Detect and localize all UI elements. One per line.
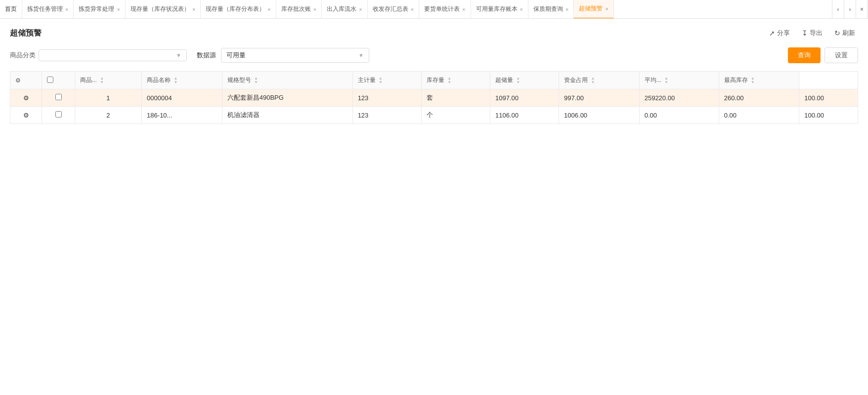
table-col-spec[interactable]: 规格型号 ▲▼ xyxy=(222,72,352,89)
table-col-maxstock[interactable]: 最高库存 ▲▼ xyxy=(719,72,799,89)
select-all-checkbox[interactable] xyxy=(47,77,53,83)
share-label: 分享 xyxy=(777,29,790,38)
table-col-avg[interactable]: 平均... ▲▼ xyxy=(639,72,719,89)
setting-button[interactable]: 设置 xyxy=(825,47,858,63)
datasource-value: 可用量 xyxy=(226,51,246,60)
table-col-code[interactable]: 商品... ▲▼ xyxy=(75,72,141,89)
nav-tab-7-label: 收发存汇总表 xyxy=(373,5,408,13)
row-overflow-0: 997.00 xyxy=(559,89,640,107)
nav-tab-4-close[interactable]: × xyxy=(267,6,270,12)
export-label: 导出 xyxy=(810,29,823,38)
row-unit-1: 个 xyxy=(421,107,490,124)
row-maxstock-1: 100.00 xyxy=(799,107,858,124)
row-checkbox-cell-0 xyxy=(42,89,75,107)
sort-icon-name: ▲▼ xyxy=(174,77,177,84)
nav-tab-2-close[interactable]: × xyxy=(117,6,120,12)
nav-tab-1-label: 拣货任务管理 xyxy=(27,5,63,13)
page-header: 超储预警 ➚ 分享 ↧ 导出 ↻ 刷新 xyxy=(10,27,858,40)
nav-tab-6-label: 出入库流水 xyxy=(327,5,356,13)
row-code-0: 0000004 xyxy=(142,89,222,107)
data-table: ⚙ 商品... ▲▼ 商品名称 ▲▼ 规格型号 ▲▼ 主计 xyxy=(10,71,858,124)
datasource-chevron-icon: ▼ xyxy=(358,52,364,58)
nav-tab-home[interactable]: 首页 xyxy=(0,0,22,19)
row-capital-0: 259220.00 xyxy=(639,89,719,107)
nav-tab-11[interactable]: 超储预警 × xyxy=(574,0,613,19)
nav-tab-6[interactable]: 出入库流水 × xyxy=(322,0,367,19)
table-col-stock[interactable]: 库存量 ▲▼ xyxy=(421,72,490,89)
nav-tab-7[interactable]: 收发存汇总表 × xyxy=(368,0,419,19)
nav-tab-5-label: 库存批次账 xyxy=(281,5,311,13)
nav-tab-2-label: 拣货异常处理 xyxy=(79,5,114,13)
datasource-filter: 数据源 可用量 ▼ xyxy=(197,48,369,63)
table-header-row: ⚙ 商品... ▲▼ 商品名称 ▲▼ 规格型号 ▲▼ 主计 xyxy=(10,72,858,89)
nav-tab-9[interactable]: 可用量库存账本 × xyxy=(471,0,528,19)
nav-tab-8-close[interactable]: × xyxy=(462,6,465,12)
nav-tab-1-close[interactable]: × xyxy=(65,6,68,12)
row-spec-0: 123 xyxy=(352,89,421,107)
nav-tab-5-close[interactable]: × xyxy=(313,6,316,12)
export-button[interactable]: ↧ 导出 xyxy=(799,27,825,40)
nav-tab-5[interactable]: 库存批次账 × xyxy=(276,0,322,19)
category-filter: 商品分类 ▼ xyxy=(10,49,187,61)
row-checkbox-cell-1 xyxy=(42,107,75,124)
table-col-overflow[interactable]: 超储量 ▲▼ xyxy=(490,72,559,89)
nav-tab-10-close[interactable]: × xyxy=(565,6,568,12)
nav-prev-arrow[interactable]: ‹ xyxy=(832,0,844,19)
refresh-button[interactable]: ↻ 刷新 xyxy=(831,27,858,40)
col-spec-label: 规格型号 xyxy=(227,77,251,83)
category-label: 商品分类 xyxy=(10,51,36,60)
row-spec-1: 123 xyxy=(352,107,421,124)
row-overflow-1: 1006.00 xyxy=(559,107,640,124)
nav-tab-9-close[interactable]: × xyxy=(520,6,523,12)
share-button[interactable]: ➚ 分享 xyxy=(766,27,793,40)
nav-tab-3-close[interactable]: × xyxy=(192,6,195,12)
nav-tab-9-label: 可用量库存账本 xyxy=(476,5,518,13)
nav-tab-1[interactable]: 拣货任务管理 × xyxy=(22,0,74,19)
nav-tab-7-close[interactable]: × xyxy=(411,6,414,12)
row-checkbox-0[interactable] xyxy=(55,94,62,100)
datasource-label: 数据源 xyxy=(197,51,216,60)
page-title: 超储预警 xyxy=(10,28,42,39)
table-row: ⚙ 2 186-10... 机油滤清器 123 个 1106.00 1006.0… xyxy=(10,107,858,124)
row-capital-1: 0.00 xyxy=(639,107,719,124)
table-col-settings[interactable]: ⚙ xyxy=(10,72,42,89)
row-num-1: 2 xyxy=(75,107,141,124)
row-checkbox-1[interactable] xyxy=(55,111,62,118)
nav-tab-10-label: 保质期查询 xyxy=(533,5,563,13)
category-chevron-icon: ▼ xyxy=(176,52,181,58)
category-select[interactable]: ▼ xyxy=(39,49,187,61)
row-unit-0: 套 xyxy=(421,89,490,107)
header-actions: ➚ 分享 ↧ 导出 ↻ 刷新 xyxy=(766,27,858,40)
refresh-label: 刷新 xyxy=(842,29,855,38)
row-maxstock-0: 100.00 xyxy=(799,89,858,107)
nav-tab-8[interactable]: 要货单统计表 × xyxy=(419,0,471,19)
nav-arrows: ‹ › × xyxy=(832,0,868,19)
nav-tab-4-label: 现存量（库存分布表） xyxy=(206,5,265,13)
col-maxstock-label: 最高库存 xyxy=(724,77,748,83)
nav-tab-11-close[interactable]: × xyxy=(605,6,608,12)
row-settings-0[interactable]: ⚙ xyxy=(10,89,42,107)
row-name-1: 机油滤清器 xyxy=(222,107,352,124)
nav-tab-4[interactable]: 现存量（库存分布表） × xyxy=(201,0,276,19)
nav-tab-3[interactable]: 现存量（库存状况表） × xyxy=(126,0,201,19)
table-col-capital[interactable]: 资金占用 ▲▼ xyxy=(559,72,640,89)
nav-tab-10[interactable]: 保质期查询 × xyxy=(528,0,574,19)
table-col-unit[interactable]: 主计量 ▲▼ xyxy=(352,72,421,89)
row-name-0: 六配套新昌490BPG xyxy=(222,89,352,107)
nav-next-arrow[interactable]: › xyxy=(844,0,856,19)
row-avg-1: 0.00 xyxy=(719,107,799,124)
sort-icon-capital: ▲▼ xyxy=(591,77,595,84)
col-unit-label: 主计量 xyxy=(358,77,376,83)
nav-tab-6-close[interactable]: × xyxy=(359,6,362,12)
datasource-select[interactable]: 可用量 ▼ xyxy=(221,48,369,63)
nav-tab-2[interactable]: 拣货异常处理 × xyxy=(74,0,125,19)
row-stock-1: 1106.00 xyxy=(490,107,559,124)
table-row: ⚙ 1 0000004 六配套新昌490BPG 123 套 1097.00 99… xyxy=(10,89,858,107)
gear-icon: ⚙ xyxy=(15,77,21,84)
table-col-name[interactable]: 商品名称 ▲▼ xyxy=(142,72,222,89)
refresh-icon: ↻ xyxy=(834,29,840,37)
query-button[interactable]: 查询 xyxy=(788,47,821,63)
nav-close-arrow[interactable]: × xyxy=(856,0,868,19)
sort-icon-overflow: ▲▼ xyxy=(516,77,520,84)
row-settings-1[interactable]: ⚙ xyxy=(10,107,42,124)
